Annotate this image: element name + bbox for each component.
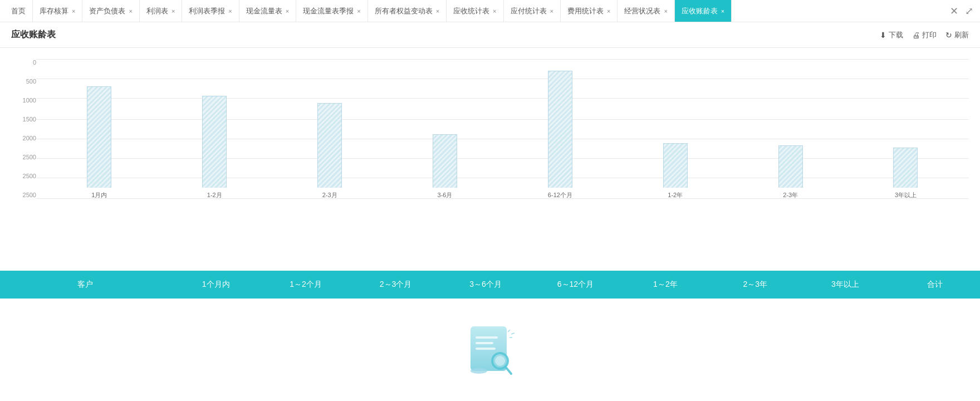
th-month1: 1个月内	[171, 280, 261, 290]
th-month3-6: 3～6个月	[440, 280, 530, 290]
tab-equity[interactable]: 所有者权益变动表 ×	[368, 0, 447, 22]
tab-equity-close[interactable]: ×	[436, 8, 439, 14]
th-month6-12: 6～12个月	[531, 280, 620, 290]
y-axis: 2500 2500 2500 2000 1500 1000 500 0	[11, 59, 36, 215]
download-button[interactable]: ⬇ 下载	[880, 30, 903, 40]
bar-1	[87, 86, 111, 188]
svg-line-8	[508, 330, 510, 332]
th-year2-3: 2～3年	[710, 280, 800, 290]
tab-profit-quarterly[interactable]: 利润表季报 ×	[182, 0, 239, 22]
bar-label-7: 2-3年	[783, 191, 798, 199]
svg-rect-1	[476, 336, 498, 339]
th-year3plus: 3年以上	[800, 280, 890, 290]
bar-label-8: 3年以上	[895, 191, 917, 199]
tab-inventory[interactable]: 库存核算 ×	[33, 0, 82, 22]
bar-label-4: 3-6月	[438, 191, 453, 199]
refresh-button[interactable]: ↻ 刷新	[945, 30, 969, 40]
print-icon: 🖨	[912, 31, 920, 40]
tab-profit-quarterly-close[interactable]: ×	[228, 8, 232, 14]
bar-3	[317, 103, 342, 188]
tab-operations[interactable]: 经营状况表 ×	[618, 0, 674, 22]
tab-balance[interactable]: 资产负债表 ×	[82, 0, 139, 22]
bar-group-4: 3-6月	[433, 134, 457, 199]
tab-balance-close[interactable]: ×	[129, 8, 132, 14]
bar-label-2: 1-2月	[207, 191, 222, 199]
page-title: 应收账龄表	[11, 29, 56, 41]
tab-ar-aging[interactable]: 应收账龄表 ×	[675, 0, 732, 22]
svg-line-9	[511, 333, 514, 334]
tab-bar: 首页 库存核算 × 资产负债表 × 利润表 × 利润表季报 × 现金流量表 × …	[0, 0, 980, 22]
bar-4	[433, 134, 457, 188]
empty-state	[0, 299, 980, 401]
tab-ap-stat-close[interactable]: ×	[550, 8, 553, 14]
tab-cashflow[interactable]: 现金流量表 ×	[239, 0, 296, 22]
tab-ap-stat[interactable]: 应付统计表 ×	[504, 0, 561, 22]
main-content: 2500 2500 2500 2000 1500 1000 500 0	[0, 48, 980, 401]
download-icon: ⬇	[880, 31, 886, 40]
tab-home[interactable]: 首页	[4, 0, 33, 22]
tab-ar-stat[interactable]: 应收统计表 ×	[447, 0, 503, 22]
bar-6	[663, 143, 688, 188]
svg-rect-2	[476, 342, 493, 344]
tab-expense[interactable]: 费用统计表 ×	[561, 0, 618, 22]
refresh-icon: ↻	[945, 31, 952, 40]
tab-cashflow-close[interactable]: ×	[286, 8, 289, 14]
tab-inventory-close[interactable]: ×	[72, 8, 75, 14]
bar-5	[548, 71, 572, 188]
close-window-icon[interactable]: ✕	[950, 5, 958, 17]
print-button[interactable]: 🖨 打印	[912, 30, 937, 40]
chart-area: 2500 2500 2500 2000 1500 1000 500 0	[0, 48, 980, 271]
tab-cashflow-quarterly-close[interactable]: ×	[357, 8, 360, 14]
th-customer: 客户	[0, 280, 171, 290]
tab-bar-window-controls: ✕ ⤢	[950, 5, 976, 17]
svg-point-4	[471, 368, 487, 374]
bar-group-3: 2-3月	[317, 103, 342, 199]
table-header: 客户 1个月内 1～2个月 2～3个月 3～6个月 6～12个月 1～2年 2～…	[0, 271, 980, 299]
bar-label-3: 2-3月	[322, 191, 337, 199]
bar-group-5: 6-12个月	[548, 71, 572, 199]
bar-8	[893, 148, 918, 188]
svg-point-6	[495, 356, 505, 366]
header-actions: ⬇ 下载 🖨 打印 ↻ 刷新	[880, 30, 969, 40]
bar-group-8: 3年以上	[893, 148, 918, 199]
bar-group-6: 1-2年	[663, 143, 688, 199]
th-month1-2: 1～2个月	[261, 280, 350, 290]
bar-group-7: 2-3年	[778, 145, 803, 199]
bar-label-6: 1-2年	[668, 191, 683, 199]
tab-profit[interactable]: 利润表 ×	[140, 0, 182, 22]
bar-group-1: 1月内	[87, 86, 111, 199]
bars-container: 1月内 1-2月 2-3月 3-6月	[36, 59, 969, 215]
tab-ar-stat-close[interactable]: ×	[493, 8, 496, 14]
maximize-window-icon[interactable]: ⤢	[965, 5, 973, 17]
th-year1-2: 1～2年	[620, 280, 710, 290]
empty-document-icon	[457, 321, 523, 382]
tab-cashflow-quarterly[interactable]: 现金流量表季报 ×	[296, 0, 367, 22]
tab-ar-aging-close[interactable]: ×	[721, 8, 724, 14]
bar-group-2: 1-2月	[202, 96, 227, 199]
chart-body: 1月内 1-2月 2-3月 3-6月	[36, 59, 969, 215]
th-total: 合计	[890, 280, 980, 290]
bar-7	[778, 145, 803, 188]
th-month2-3: 2～3个月	[351, 280, 440, 290]
bar-2	[202, 96, 227, 188]
tab-operations-close[interactable]: ×	[664, 8, 667, 14]
page-header: 应收账龄表 ⬇ 下载 🖨 打印 ↻ 刷新	[0, 22, 980, 48]
tab-profit-close[interactable]: ×	[171, 8, 175, 14]
svg-line-7	[506, 367, 511, 374]
svg-rect-3	[476, 348, 496, 350]
bar-label-5: 6-12个月	[548, 191, 572, 199]
bar-label-1: 1月内	[91, 191, 107, 199]
tab-expense-close[interactable]: ×	[607, 8, 610, 14]
